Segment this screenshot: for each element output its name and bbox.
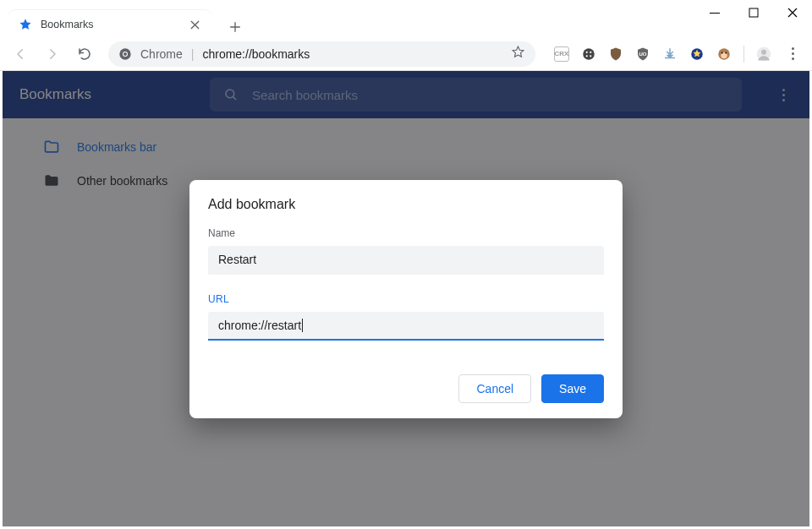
svg-point-5 (586, 51, 588, 52)
svg-point-7 (586, 55, 588, 57)
extension-badge-icon[interactable] (689, 46, 705, 62)
extension-ublock-icon[interactable]: UO (635, 46, 650, 62)
browser-menu-button[interactable] (785, 47, 800, 60)
bookmark-star-icon[interactable] (511, 45, 525, 63)
address-separator: | (191, 47, 195, 61)
window-close-button[interactable] (773, 0, 812, 25)
window-maximize-button[interactable] (734, 0, 773, 25)
chrome-icon (118, 47, 132, 61)
close-tab-icon[interactable] (188, 18, 201, 31)
svg-point-8 (590, 55, 591, 57)
add-bookmark-dialog: Add bookmark Name URL chrome://restart C… (189, 180, 623, 418)
url-input-value: chrome://restart (218, 319, 301, 332)
text-cursor (302, 319, 303, 332)
extension-dice-icon[interactable] (581, 46, 596, 62)
dialog-title: Add bookmark (208, 197, 604, 212)
svg-point-13 (721, 52, 723, 53)
svg-point-14 (725, 52, 727, 53)
url-input[interactable]: chrome://restart (208, 312, 604, 341)
new-tab-button[interactable] (223, 15, 247, 39)
svg-point-6 (590, 51, 591, 52)
extension-monkey-icon[interactable] (716, 46, 732, 62)
address-url: chrome://bookmarks (202, 47, 310, 61)
extension-crx-icon[interactable]: CRX (554, 46, 569, 62)
name-field-label: Name (208, 227, 604, 239)
window-minimize-button[interactable] (695, 0, 734, 25)
save-button[interactable]: Save (541, 374, 604, 403)
tab-title: Bookmarks (41, 19, 179, 30)
url-field-label: URL (208, 293, 604, 305)
reload-button[interactable] (71, 41, 98, 68)
svg-point-16 (761, 49, 766, 54)
divider (743, 46, 744, 63)
browser-toolbar: Chrome | chrome://bookmarks CRX UO (0, 37, 812, 71)
name-input[interactable] (208, 246, 604, 275)
address-chip-label: Chrome (140, 47, 183, 61)
forward-button[interactable] (39, 41, 66, 68)
extension-download-icon[interactable] (662, 46, 678, 62)
star-icon (19, 18, 32, 31)
extension-shield-icon[interactable] (608, 46, 623, 62)
svg-point-3 (123, 52, 127, 56)
tab-strip: Bookmarks (8, 8, 685, 39)
extension-icons: CRX UO (546, 46, 776, 63)
svg-rect-0 (749, 8, 758, 17)
svg-point-4 (583, 48, 595, 60)
svg-text:UO: UO (639, 52, 647, 57)
cancel-button[interactable]: Cancel (458, 374, 531, 403)
address-bar[interactable]: Chrome | chrome://bookmarks (108, 41, 535, 67)
tab-bookmarks[interactable]: Bookmarks (8, 10, 211, 39)
back-button[interactable] (7, 41, 34, 68)
profile-avatar-icon[interactable] (756, 46, 771, 62)
